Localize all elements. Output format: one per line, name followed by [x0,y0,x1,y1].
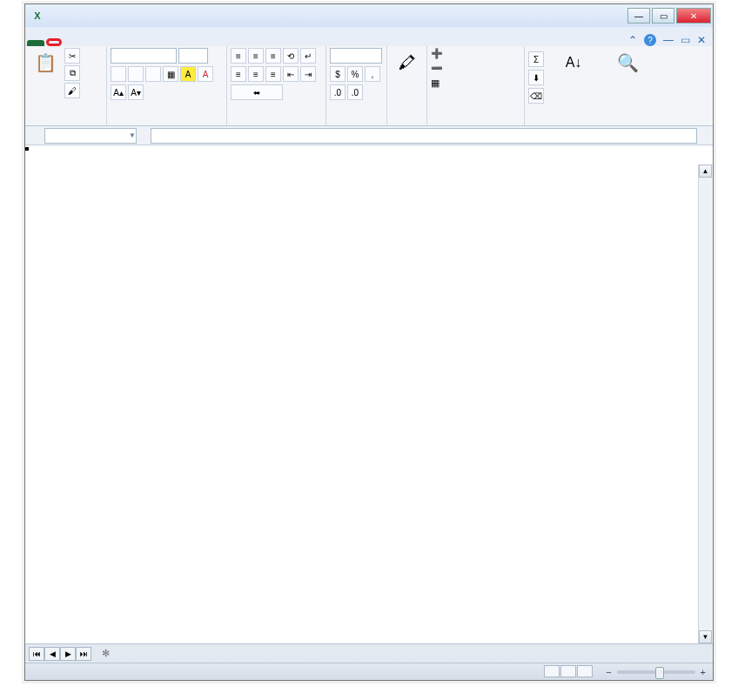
chevron-down-icon[interactable]: ▼ [129,131,136,139]
zoom-out-button[interactable]: − [606,667,611,677]
number-format-select[interactable] [330,48,382,64]
styles-button[interactable]: 🖍 [391,48,423,79]
excel-icon: X [30,9,44,23]
tab-xltools[interactable] [46,38,62,46]
sheet-nav-next-icon[interactable]: ▶ [60,647,76,661]
group-cells-label [431,123,520,124]
group-clipboard-label [29,123,103,124]
ribbon-tabs: ⌃ ? — ▭ ✕ [25,27,713,46]
currency-icon[interactable]: $ [330,66,346,82]
close-button[interactable]: ✕ [676,8,711,24]
find-select-button[interactable]: 🔍 [603,48,652,79]
align-bot-icon[interactable]: ≡ [265,48,281,64]
copy-icon[interactable]: ⧉ [64,65,80,81]
window-close-icon[interactable]: ✕ [697,34,706,46]
group-font-label [111,123,223,124]
italic-button[interactable] [128,66,144,82]
zoom-in-button[interactable]: + [701,667,706,677]
decrease-size-icon[interactable]: A▾ [128,84,144,100]
align-left-icon[interactable]: ≡ [231,66,246,82]
align-top-icon[interactable]: ≡ [231,48,246,64]
tab-file[interactable] [27,40,44,46]
window-restore-icon[interactable]: ▭ [681,34,690,46]
sum-icon[interactable]: Σ [528,51,544,67]
bold-button[interactable] [111,66,126,82]
titlebar: X — ▭ ✕ [25,4,713,27]
clipboard-icon: 📋 [32,50,58,76]
formula-bar-row: ▼ [25,126,713,145]
paste-button[interactable]: 📋 [29,48,62,79]
maximize-button[interactable]: ▭ [652,8,674,24]
zoom-slider[interactable] [617,670,695,674]
group-number-label [330,123,383,124]
percent-icon[interactable]: % [347,66,363,82]
group-alignment-label [231,123,322,124]
increase-size-icon[interactable]: A▴ [111,84,126,100]
align-right-icon[interactable]: ≡ [265,66,281,82]
help-icon[interactable]: ? [644,34,656,46]
status-bar: − + [25,663,713,680]
comma-icon[interactable]: , [365,66,380,82]
sheet-nav-prev-icon[interactable]: ◀ [44,647,60,661]
inc-decimal-icon[interactable]: .0 [330,84,346,100]
group-editing-label [528,123,657,124]
spreadsheet-grid[interactable] [25,147,713,643]
redo-icon[interactable] [88,9,102,23]
sort-filter-button[interactable]: A↓ [547,48,600,79]
font-color-button[interactable]: A [198,66,213,82]
undo-icon[interactable] [69,9,83,23]
merge-button[interactable]: ⬌ [231,84,283,100]
format-cells-button[interactable]: ▦ [431,77,441,89]
format-icon: ▦ [431,77,439,89]
format-painter-icon[interactable]: 🖌 [64,83,80,98]
new-sheet-icon[interactable]: ✻ [102,648,110,659]
save-icon[interactable] [50,9,64,23]
border-button[interactable]: ▦ [163,66,178,82]
name-box[interactable]: ▼ [44,128,137,144]
orientation-icon[interactable]: ⟲ [283,48,299,64]
indent-dec-icon[interactable]: ⇤ [283,66,299,82]
dec-decimal-icon[interactable]: .0 [347,84,363,100]
formula-bar[interactable] [151,128,697,144]
indent-inc-icon[interactable]: ⇥ [300,66,316,82]
view-buttons[interactable] [544,665,594,679]
sort-icon: A↓ [560,50,587,76]
wrap-text-icon[interactable]: ↵ [300,48,316,64]
qat-more-icon[interactable] [107,9,121,23]
clear-icon[interactable]: ⌫ [528,88,544,104]
scroll-up-icon[interactable]: ▲ [699,165,712,178]
quick-access-toolbar: X [25,9,121,23]
minimize-button[interactable]: — [627,8,650,24]
align-center-icon[interactable]: ≡ [248,66,264,82]
window-min-icon[interactable]: — [663,34,674,46]
styles-icon: 🖍 [394,50,420,76]
delete-icon: ➖ [431,63,443,74]
vertical-scrollbar[interactable]: ▲ ▼ [698,165,713,643]
ribbon: 📋 ✂ ⧉ 🖌 [25,46,713,126]
scroll-down-icon[interactable]: ▼ [699,630,712,643]
sheet-nav-first-icon[interactable]: ⏮ [29,647,44,661]
delete-cells-button[interactable]: ➖ [431,63,445,74]
font-size-select[interactable] [178,48,208,64]
ribbon-collapse-icon[interactable]: ⌃ [628,34,637,46]
find-icon: 🔍 [614,50,641,76]
fill-color-button[interactable]: A [180,66,196,82]
insert-cells-button[interactable]: ➕ [431,48,445,59]
insert-icon: ➕ [431,48,443,59]
align-mid-icon[interactable]: ≡ [248,48,264,64]
fill-icon[interactable]: ⬇ [528,70,544,85]
sheet-tabs: ⏮ ◀ ▶ ⏭ ✻ [25,643,713,663]
font-name-select[interactable] [111,48,177,64]
underline-button[interactable] [145,66,161,82]
cut-icon[interactable]: ✂ [64,48,80,64]
sheet-nav-last-icon[interactable]: ⏭ [76,647,91,661]
